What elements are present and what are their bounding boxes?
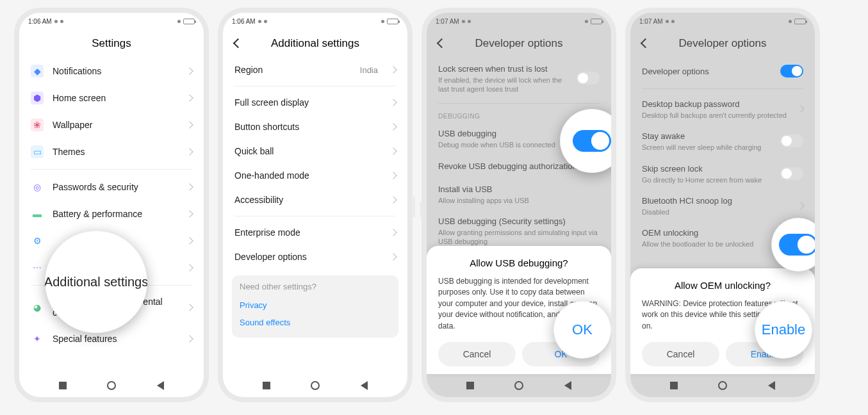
- dialog-title: Allow USB debugging?: [438, 257, 600, 268]
- nav-bar: [630, 374, 815, 397]
- status-bar: 1:07 AM: [630, 13, 815, 29]
- magnifier: Additional settings: [45, 231, 147, 333]
- chevron-right-icon: [186, 121, 193, 128]
- settings-item-wallpaper[interactable]: ❀Wallpaper: [28, 111, 195, 138]
- chevron-right-icon: [186, 237, 193, 244]
- page-title: Developer options: [630, 29, 815, 58]
- chevron-right-icon: [186, 304, 193, 311]
- dev-options-row[interactable]: Developer options: [639, 58, 806, 85]
- page-title: Additional settings: [223, 29, 407, 58]
- install-usb-row[interactable]: Install via USB Allow installing apps vi…: [436, 178, 602, 210]
- toggle-lock-trust[interactable]: [577, 72, 600, 85]
- settings-item-notifications[interactable]: ◆Notifications: [28, 58, 195, 85]
- chevron-right-icon: [389, 99, 397, 106]
- nav-home-icon[interactable]: [718, 381, 727, 390]
- enable-magnified: Enable: [762, 321, 806, 338]
- back-button[interactable]: [232, 37, 245, 50]
- nav-back-icon[interactable]: [564, 381, 571, 390]
- cancel-button[interactable]: Cancel: [642, 342, 719, 366]
- nav-bar: [19, 374, 204, 397]
- backup-pwd-row[interactable]: Desktop backup password Desktop full bac…: [639, 93, 806, 125]
- nav-home-icon[interactable]: [107, 381, 116, 390]
- oem-toggle-on-icon: [779, 234, 815, 256]
- skiplock-row[interactable]: Skip screen lock Go directly to Home scr…: [639, 158, 806, 190]
- chevron-right-icon: [389, 147, 397, 154]
- chevron-right-icon: [389, 172, 397, 179]
- dialog-title: Allow OEM unlocking?: [642, 280, 803, 291]
- chevron-right-icon: [186, 94, 193, 101]
- nav-back-icon[interactable]: [157, 381, 164, 390]
- item-accessibility[interactable]: Accessibility: [232, 188, 398, 212]
- nav-home-icon[interactable]: [311, 381, 320, 390]
- region-row[interactable]: Region India: [232, 58, 398, 82]
- ok-magnified: OK: [572, 321, 593, 338]
- phone-developer-usb: 1:07 AM Developer options Lock screen wh…: [427, 13, 611, 397]
- toggle-skip-lock[interactable]: [780, 167, 803, 180]
- nav-back-icon[interactable]: [768, 381, 775, 390]
- nav-home-icon[interactable]: [514, 381, 523, 390]
- chevron-right-icon: [186, 335, 193, 342]
- page-title: Developer options: [427, 29, 611, 58]
- settings-item-home[interactable]: ⬢Home screen: [28, 85, 195, 111]
- toggle-dev-options[interactable]: [780, 65, 803, 77]
- link-privacy[interactable]: Privacy: [240, 297, 391, 314]
- magnifier-text: Additional settings: [45, 275, 147, 289]
- nav-bar: [223, 374, 407, 397]
- item-enterprise[interactable]: Enterprise mode: [232, 220, 398, 245]
- back-button[interactable]: [639, 37, 652, 50]
- chevron-right-icon: [186, 264, 193, 271]
- footer-box: Need other settings? Privacy Sound effec…: [232, 275, 398, 338]
- nav-recent-icon[interactable]: [670, 382, 678, 389]
- page-title: Settings: [19, 29, 204, 58]
- chevron-right-icon: [186, 67, 193, 74]
- chevron-right-icon: [389, 229, 397, 236]
- link-sound[interactable]: Sound effects: [240, 314, 391, 331]
- nav-bar: [427, 374, 611, 397]
- phone-developer-oem: 1:07 AM Developer options Developer opti…: [630, 13, 815, 397]
- nav-recent-icon[interactable]: [263, 382, 270, 389]
- bt-snoop-row[interactable]: Bluetooth HCI snoop log Disabled: [639, 190, 806, 222]
- item-developer[interactable]: Developer options: [232, 245, 398, 269]
- usb-debugging-toggle-on-icon: [573, 130, 611, 152]
- nav-recent-icon[interactable]: [59, 382, 67, 389]
- settings-item-battery[interactable]: ▬Battery & performance: [28, 200, 195, 227]
- chevron-right-icon: [389, 66, 397, 73]
- nav-back-icon[interactable]: [361, 381, 368, 390]
- magnifier-enable: Enable: [755, 301, 812, 359]
- chevron-right-icon: [389, 196, 397, 203]
- settings-item-security[interactable]: ◎Passwords & security: [28, 174, 195, 200]
- status-bar: 1:06 AM: [19, 13, 204, 29]
- chevron-right-icon: [186, 148, 193, 155]
- chevron-right-icon: [389, 123, 397, 130]
- status-bar: 1:07 AM: [427, 13, 611, 29]
- chevron-right-icon: [797, 105, 804, 112]
- toggle-stay-awake[interactable]: [780, 134, 803, 147]
- chevron-right-icon: [186, 210, 193, 217]
- chevron-right-icon: [797, 202, 804, 209]
- back-button[interactable]: [436, 37, 448, 50]
- stayawake-row[interactable]: Stay awake Screen will never sleep while…: [639, 125, 806, 157]
- settings-item-themes[interactable]: ▭Themes: [28, 138, 195, 165]
- item-fullscreen[interactable]: Full screen display: [232, 90, 398, 115]
- chevron-right-icon: [389, 253, 397, 260]
- item-shortcuts[interactable]: Button shortcuts: [232, 115, 398, 139]
- status-bar: 1:06 AM: [223, 13, 407, 29]
- lock-trust-row[interactable]: Lock screen when trust is lost If enable…: [436, 58, 602, 99]
- phone-additional-settings: 1:06 AM Additional settings Region India…: [223, 13, 407, 397]
- phone-settings: 1:06 AM Settings ◆Notifications ⬢Home sc…: [19, 13, 204, 397]
- item-onehand[interactable]: One-handed mode: [232, 163, 398, 188]
- cancel-button[interactable]: Cancel: [438, 342, 516, 366]
- magnifier-ok: OK: [553, 301, 611, 359]
- item-quickball[interactable]: Quick ball: [232, 139, 398, 163]
- chevron-right-icon: [186, 183, 193, 190]
- nav-recent-icon[interactable]: [466, 382, 474, 389]
